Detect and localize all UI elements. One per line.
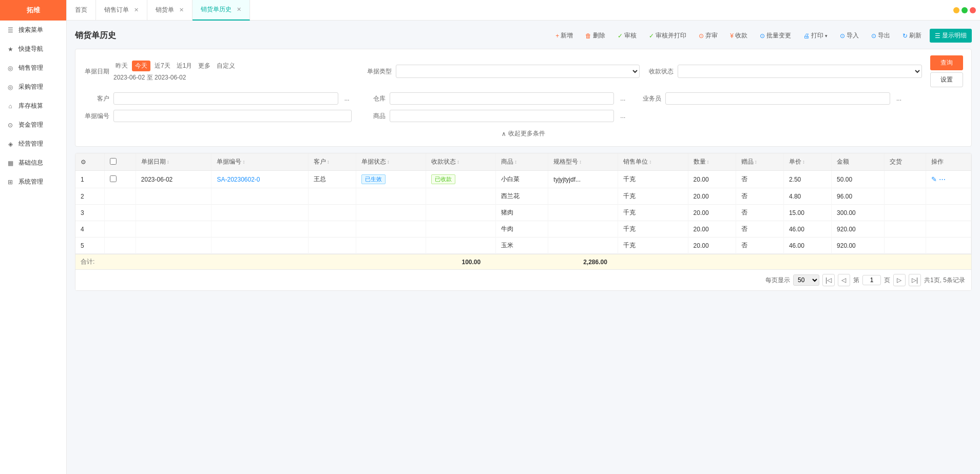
collect-status-badge-1: 已收款 <box>431 174 455 184</box>
col-doc-status[interactable]: 单据状态↕ <box>356 153 426 171</box>
row-gift-4: 否 <box>736 221 783 238</box>
more-icon-1[interactable]: ⋯ <box>939 175 946 183</box>
batch-change-label: 批量变更 <box>766 31 791 40</box>
show-detail-label: 显示明细 <box>942 31 967 40</box>
sidebar-item-finance-mgmt[interactable]: ⊙ 资金管理 <box>0 115 66 134</box>
sidebar-item-search-menu[interactable]: ☰ 搜索菜单 <box>0 21 66 40</box>
page-first-btn[interactable]: |◁ <box>822 274 835 286</box>
filter-customer-label: 客户 <box>84 94 109 103</box>
edit-icon-1[interactable]: ✎ <box>931 175 937 183</box>
sidebar-item-sales-mgmt[interactable]: ◎ 销售管理 <box>0 58 66 77</box>
collect-button[interactable]: ¥ 收款 <box>726 29 752 42</box>
col-qty[interactable]: 数量↕ <box>688 153 736 171</box>
date-link-yesterday[interactable]: 昨天 <box>113 61 130 71</box>
nav-icon: ★ <box>6 45 14 53</box>
footer-label: 合计: <box>81 258 94 266</box>
sidebar-item-system-mgmt[interactable]: ⊞ 系统管理 <box>0 172 66 191</box>
filter-date-col: 昨天 今天 近7天 近1月 更多 自定义 2023-06-02 至 2023-0… <box>113 61 237 82</box>
row-unit-4: 千克 <box>618 221 688 238</box>
page-next-btn[interactable]: ▷ <box>893 274 906 286</box>
page-input[interactable] <box>862 275 881 285</box>
show-detail-button[interactable]: ☰ 显示明细 <box>930 29 972 43</box>
row-docnum-1[interactable]: SA-20230602-0 <box>212 171 308 188</box>
col-price[interactable]: 单价↕ <box>783 153 831 171</box>
sidebar-item-label: 采购管理 <box>18 83 43 91</box>
col-gift[interactable]: 赠品↕ <box>736 153 783 171</box>
table-row: 4 牛肉 千克 20.00 否 46.00 <box>75 221 971 238</box>
col-collect-status[interactable]: 收款状态↕ <box>426 153 496 171</box>
col-doc-num[interactable]: 单据编号↕ <box>212 153 308 171</box>
audit-print-button[interactable]: ✓ 审核并打印 <box>645 29 690 42</box>
sidebar-item-basic-info[interactable]: ▦ 基础信息 <box>0 153 66 172</box>
page-prev-btn[interactable]: ◁ <box>838 274 850 286</box>
action-icons-1: ✎ ⋯ <box>931 175 966 183</box>
tab-sales-history[interactable]: 销货单历史 ✕ <box>193 0 250 21</box>
audit-button[interactable]: ✓ 审核 <box>613 29 641 42</box>
win-minimize-btn[interactable] <box>953 7 959 13</box>
table-wrapper: ⚙ 单据日期↕ 单据编号↕ 客户↕ 单据状态↕ 收款状态↕ 商品↕ 规格型号↕ … <box>75 153 971 254</box>
date-link-today[interactable]: 今天 <box>132 61 150 71</box>
batch-change-icon: ⊙ <box>760 32 765 40</box>
staff-ellipsis-btn[interactable]: ... <box>894 95 904 102</box>
add-label: 新增 <box>561 31 573 40</box>
tab-sales-delivery[interactable]: 销货单 ✕ <box>147 0 193 21</box>
date-link-custom[interactable]: 自定义 <box>215 61 237 71</box>
col-settings[interactable]: ⚙ <box>75 153 104 171</box>
sidebar-item-quick-nav[interactable]: ★ 快捷导航 <box>0 40 66 58</box>
sidebar-item-label: 库存核算 <box>18 102 43 110</box>
print-label: 打印 <box>811 31 823 40</box>
tab-home[interactable]: 首页 <box>67 0 96 21</box>
abandon-button[interactable]: ⊙ 弃审 <box>695 29 722 42</box>
sort-goods-icon: ↕ <box>514 159 517 165</box>
batch-change-button[interactable]: ⊙ 批量变更 <box>756 29 795 42</box>
add-button[interactable]: + 新增 <box>551 29 577 42</box>
row-checkbox-1[interactable] <box>104 171 136 188</box>
customer-ellipsis-btn[interactable]: ... <box>342 95 352 102</box>
filter-goods-input[interactable] <box>390 110 614 122</box>
col-checkbox[interactable] <box>104 153 136 171</box>
basic-icon: ▦ <box>6 159 14 167</box>
date-link-1month[interactable]: 近1月 <box>175 61 195 71</box>
export-button[interactable]: ⊙ 导出 <box>867 29 894 42</box>
filter-collect-select[interactable] <box>678 65 922 78</box>
win-close-btn[interactable] <box>970 7 976 13</box>
col-date[interactable]: 单据日期↕ <box>136 153 212 171</box>
col-spec[interactable]: 规格型号↕ <box>548 153 618 171</box>
filter-type-select[interactable] <box>396 65 640 78</box>
refresh-button[interactable]: ↻ 刷新 <box>898 29 926 42</box>
tab-sales-history-close[interactable]: ✕ <box>237 6 241 13</box>
col-customer[interactable]: 客户↕ <box>308 153 356 171</box>
filter-customer-input[interactable] <box>113 92 338 105</box>
filter-staff-input[interactable] <box>665 92 890 105</box>
filter-settings-button[interactable]: 设置 <box>930 72 963 87</box>
filter-warehouse-input[interactable] <box>390 92 614 105</box>
query-button[interactable]: 查询 <box>930 55 963 70</box>
sidebar-item-operations-mgmt[interactable]: ◈ 经营管理 <box>0 134 66 153</box>
table-header: ⚙ 单据日期↕ 单据编号↕ 客户↕ 单据状态↕ 收款状态↕ 商品↕ 规格型号↕ … <box>75 153 971 171</box>
page-last-btn[interactable]: ▷| <box>909 274 921 286</box>
date-link-more[interactable]: 更多 <box>196 61 213 71</box>
goods-ellipsis-btn[interactable]: ... <box>618 112 627 120</box>
collapse-button[interactable]: ∧ 收起更多条件 <box>84 127 963 140</box>
sidebar-item-inventory[interactable]: ⌂ 库存核算 <box>0 96 66 115</box>
tab-sales-delivery-close[interactable]: ✕ <box>179 7 184 13</box>
warehouse-ellipsis-btn[interactable]: ... <box>618 95 627 102</box>
col-goods[interactable]: 商品↕ <box>496 153 548 171</box>
col-unit[interactable]: 销售单位↕ <box>618 153 688 171</box>
tab-sales-history-label: 销货单历史 <box>201 5 232 14</box>
print-button[interactable]: 🖨 打印 ▾ <box>799 29 832 42</box>
date-link-7days[interactable]: 近7天 <box>152 61 172 71</box>
tab-sales-order[interactable]: 销售订单 ✕ <box>96 0 147 21</box>
row-goods-3: 猪肉 <box>496 205 548 221</box>
page-size-select[interactable]: 20 50 100 <box>793 274 819 286</box>
abandon-label: 弃审 <box>705 31 718 40</box>
import-button[interactable]: ⊙ 导入 <box>836 29 863 42</box>
table-body: 1 2023-06-02 SA-20230602-0 王总 已生效 已收款 小白… <box>75 171 971 254</box>
win-maximize-btn[interactable] <box>962 7 968 13</box>
delete-button[interactable]: 🗑 删除 <box>581 29 609 42</box>
select-all-checkbox[interactable] <box>110 158 117 165</box>
filter-docnum-input[interactable] <box>113 110 352 122</box>
tab-sales-order-close[interactable]: ✕ <box>134 7 139 13</box>
sidebar-item-purchase-mgmt[interactable]: ◎ 采购管理 <box>0 77 66 96</box>
sort-gift-icon: ↕ <box>755 159 757 165</box>
